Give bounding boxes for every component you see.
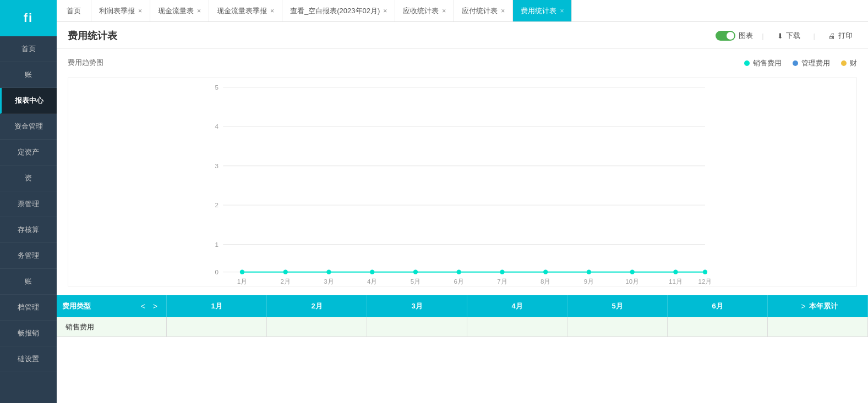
- sidebar-item-assets[interactable]: 定资产: [0, 140, 57, 165]
- tab-cashflow-close[interactable]: ×: [197, 7, 201, 15]
- th-ytd: > 本年累计: [768, 295, 868, 317]
- sidebar-item-files[interactable]: 档管理: [0, 295, 57, 321]
- legend-admin: 管理费用: [793, 58, 830, 68]
- svg-text:3月: 3月: [324, 278, 334, 285]
- th-m6: 6月: [668, 295, 768, 317]
- table-right-arrow[interactable]: >: [798, 301, 809, 312]
- td-m6: [668, 317, 768, 336]
- legend-admin-label: 管理费用: [801, 58, 830, 68]
- tab-profit[interactable]: 利润表季报 ×: [91, 0, 150, 21]
- svg-point-19: [543, 270, 548, 274]
- sidebar-item-home[interactable]: 首页: [0, 36, 57, 62]
- th-m5: 5月: [567, 295, 668, 317]
- svg-point-23: [703, 270, 707, 274]
- svg-point-22: [673, 270, 678, 274]
- separator-2: |: [814, 32, 815, 40]
- svg-point-16: [413, 270, 418, 274]
- table-section: 费用类型 < > 1月 2月 3月 4月 5月 6月 > 本年累计: [57, 295, 868, 337]
- sidebar-item-ledger[interactable]: 账: [0, 269, 57, 295]
- svg-text:1: 1: [215, 241, 218, 248]
- svg-text:8月: 8月: [541, 278, 550, 285]
- tab-expense-close[interactable]: ×: [560, 7, 564, 15]
- th-m2: 2月: [267, 295, 367, 317]
- tab-cashflow-q[interactable]: 现金流量表季报 ×: [209, 0, 282, 21]
- td-ytd: [768, 317, 868, 336]
- tab-expense-label: 费用统计表: [521, 6, 556, 16]
- tab-blank-report-label: 查看_空白报表(2023年02月): [290, 6, 380, 16]
- td-m2: [267, 317, 367, 336]
- sidebar-item-accounts[interactable]: 账: [0, 62, 57, 88]
- tab-bar: 首页 利润表季报 × 现金流量表 × 现金流量表季报 × 查看_空白报表(202…: [57, 0, 868, 22]
- page-title: 费用统计表: [68, 29, 117, 42]
- svg-text:9月: 9月: [584, 278, 594, 285]
- legend-sales: 销售费用: [744, 58, 782, 68]
- sidebar-item-sales[interactable]: 畅报销: [0, 321, 57, 346]
- td-m1: [167, 317, 267, 336]
- chart-container: 费用趋势图 销售费用 管理费用 财: [57, 49, 868, 295]
- th-m1: 1月: [167, 295, 267, 317]
- tab-receivable[interactable]: 应收统计表 ×: [395, 0, 454, 21]
- sidebar-item-service[interactable]: 务管理: [0, 243, 57, 269]
- tab-cashflow[interactable]: 现金流量表 ×: [150, 0, 209, 21]
- svg-text:3: 3: [215, 163, 218, 169]
- tab-profit-label: 利润表季报: [99, 6, 135, 16]
- content-area: 费用统计表 图表 | ⬇ 下载 | 🖨 打印: [57, 22, 868, 403]
- download-button[interactable]: ⬇ 下载: [773, 29, 805, 43]
- svg-point-18: [500, 270, 504, 274]
- td-m5: [567, 317, 668, 336]
- legend-finance: 财: [841, 58, 857, 68]
- th-type: 费用类型 < >: [57, 295, 167, 317]
- sidebar-item-funds[interactable]: 资金管理: [0, 114, 57, 140]
- toggle-track[interactable]: [716, 31, 735, 41]
- tab-expense[interactable]: 费用统计表 ×: [513, 0, 572, 21]
- tab-profit-close[interactable]: ×: [138, 7, 142, 15]
- svg-text:5: 5: [215, 84, 218, 91]
- chart-svg: 5 4 3 2 1 0: [68, 78, 856, 286]
- table-header: 费用类型 < > 1月 2月 3月 4月 5月 6月 > 本年累计: [57, 295, 868, 317]
- svg-point-20: [587, 270, 591, 274]
- download-icon: ⬇: [777, 32, 783, 40]
- download-label: 下载: [786, 31, 800, 41]
- tab-cashflow-q-close[interactable]: ×: [270, 7, 274, 15]
- tab-cashflow-q-label: 现金流量表季报: [217, 6, 267, 16]
- sidebar-item-reports[interactable]: 报表中心: [0, 88, 57, 114]
- tab-blank-report[interactable]: 查看_空白报表(2023年02月) ×: [282, 0, 395, 21]
- svg-text:10月: 10月: [625, 278, 639, 285]
- sidebar-item-settings[interactable]: 础设置: [0, 346, 57, 372]
- tab-blank-report-close[interactable]: ×: [383, 7, 387, 15]
- svg-point-17: [457, 270, 461, 274]
- tab-payable[interactable]: 应付统计表 ×: [454, 0, 513, 21]
- svg-text:5月: 5月: [411, 278, 421, 285]
- toggle-thumb: [727, 32, 734, 40]
- th-type-label: 费用类型: [62, 301, 91, 311]
- legend-finance-label: 财: [850, 58, 857, 68]
- td-m4: [467, 317, 567, 336]
- main-area: 首页 利润表季报 × 现金流量表 × 现金流量表季报 × 查看_空白报表(202…: [57, 0, 868, 403]
- tab-receivable-close[interactable]: ×: [442, 7, 446, 15]
- svg-point-12: [240, 270, 244, 274]
- table-body: 销售费用: [57, 317, 868, 337]
- chart-toggle[interactable]: 图表: [716, 31, 753, 41]
- legend-sales-dot: [744, 60, 750, 66]
- sidebar-item-investment[interactable]: 资: [0, 165, 57, 191]
- svg-text:6月: 6月: [454, 278, 463, 285]
- chart-area: 5 4 3 2 1 0: [68, 78, 857, 286]
- tab-home[interactable]: 首页: [57, 0, 91, 21]
- table-next-arrow[interactable]: >: [150, 301, 161, 312]
- th-m3: 3月: [367, 295, 467, 317]
- sidebar: fi 首页 账 报表中心 资金管理 定资产 资 票管理 存核算 务管理 账 档管…: [0, 0, 57, 403]
- svg-text:0: 0: [215, 269, 218, 275]
- sidebar-item-invoice[interactable]: 票管理: [0, 191, 57, 217]
- td-m3: [367, 317, 467, 336]
- legend-finance-dot: [841, 60, 847, 66]
- table-row: 销售费用: [57, 317, 868, 337]
- legend-admin-dot: [793, 60, 798, 66]
- svg-text:7月: 7月: [497, 278, 507, 285]
- table-prev-arrow[interactable]: <: [138, 301, 149, 312]
- svg-text:2月: 2月: [280, 278, 290, 285]
- svg-point-15: [370, 270, 374, 274]
- sidebar-item-inventory[interactable]: 存核算: [0, 217, 57, 243]
- print-button[interactable]: 🖨 打印: [824, 29, 857, 43]
- sidebar-logo: fi: [0, 0, 57, 36]
- tab-payable-close[interactable]: ×: [501, 7, 505, 15]
